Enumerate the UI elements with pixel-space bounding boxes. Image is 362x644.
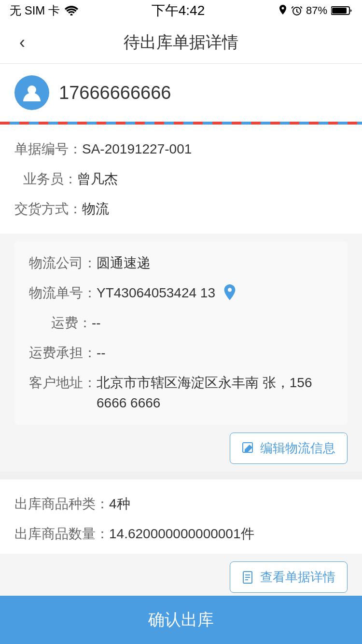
goods-types-row: 出库商品种类： 4种 (14, 494, 348, 514)
goods-types-label: 出库商品种类： (14, 494, 109, 514)
logistics-company-value: 圆通速递 (97, 253, 333, 273)
edit-logistics-label: 编辑物流信息 (260, 440, 335, 457)
delivery-row: 交货方式： 物流 (14, 199, 348, 219)
status-time: 下午4:42 (152, 1, 205, 20)
customer-header: 17666666666 (0, 64, 362, 122)
salesperson-value: 曾凡杰 (77, 169, 348, 189)
edit-icon (242, 442, 255, 455)
confirm-label: 确认出库 (148, 609, 214, 631)
battery-percent: 87% (306, 4, 327, 17)
salesperson-row: 业务员： 曾凡杰 (14, 169, 348, 189)
address-row: 客户地址： 北京市市辖区海淀区永丰南 张，156 6666 6666 (29, 373, 333, 413)
freight-label: 运费： (29, 313, 92, 333)
delivery-label: 交货方式： (14, 199, 82, 219)
logistics-company-label: 物流公司： (29, 253, 97, 273)
location-status-icon (278, 5, 288, 16)
address-label: 客户地址： (29, 373, 97, 393)
freight-row: 运费： -- (29, 313, 333, 333)
delivery-value: 物流 (82, 199, 348, 219)
status-left: 无 SIM 卡 (10, 3, 78, 18)
goods-types-value: 4种 (109, 494, 348, 514)
goods-quantity-label: 出库商品数量： (14, 524, 109, 544)
customer-phone: 17666666666 (59, 83, 171, 103)
battery-icon (331, 5, 352, 16)
goods-section: 出库商品种类： 4种 出库商品数量： 14.620000000000001件 (0, 479, 362, 554)
alarm-icon (292, 5, 302, 16)
map-pin-icon[interactable] (221, 284, 238, 302)
freight-value: -- (92, 313, 333, 333)
confirm-button[interactable]: 确认出库 (0, 596, 362, 644)
wifi-icon (65, 6, 78, 15)
address-value: 北京市市辖区海淀区永丰南 张，156 6666 6666 (97, 373, 333, 413)
person-icon (21, 82, 42, 103)
order-id-value: SA-20191227-001 (82, 139, 348, 159)
status-bar: 无 SIM 卡 下午4:42 87% (0, 0, 362, 21)
page-title: 待出库单据详情 (124, 31, 238, 54)
goods-quantity-row: 出库商品数量： 14.620000000000001件 (14, 524, 348, 544)
nav-bar: ‹ 待出库单据详情 (0, 21, 362, 64)
edit-logistics-button[interactable]: 编辑物流信息 (230, 433, 348, 464)
avatar (14, 75, 49, 110)
salesperson-label: 业务员： (14, 169, 77, 189)
view-detail-label: 查看单据详情 (260, 569, 335, 586)
freight-bear-row: 运费承担： -- (29, 343, 333, 363)
freight-bear-label: 运费承担： (29, 343, 97, 363)
order-id-label: 单据编号： (14, 139, 82, 159)
status-right: 87% (278, 4, 352, 17)
document-icon (242, 571, 255, 584)
goods-quantity-value: 14.620000000000001件 (109, 524, 348, 544)
order-info-section: 单据编号： SA-20191227-001 业务员： 曾凡杰 交货方式： 物流 (0, 125, 362, 234)
view-detail-button[interactable]: 查看单据详情 (230, 561, 348, 593)
logistics-tracking-row: 物流单号： YT43064053424 13 (29, 283, 333, 303)
logistics-section: 物流公司： 圆通速递 物流单号： YT43064053424 13 运费： --… (14, 241, 348, 425)
freight-bear-value: -- (97, 343, 333, 363)
svg-point-0 (70, 14, 73, 16)
edit-logistics-container: 编辑物流信息 (14, 433, 348, 464)
logistics-company-row: 物流公司： 圆通速递 (29, 253, 333, 273)
logistics-tracking-label: 物流单号： (29, 283, 97, 303)
back-button[interactable]: ‹ (14, 28, 30, 57)
order-id-row: 单据编号： SA-20191227-001 (14, 139, 348, 159)
separator (0, 472, 362, 479)
sim-status: 无 SIM 卡 (10, 3, 60, 18)
svg-rect-3 (332, 8, 347, 14)
view-detail-container: 查看单据详情 (14, 561, 348, 593)
logistics-tracking-value: YT43064053424 13 (97, 283, 333, 303)
